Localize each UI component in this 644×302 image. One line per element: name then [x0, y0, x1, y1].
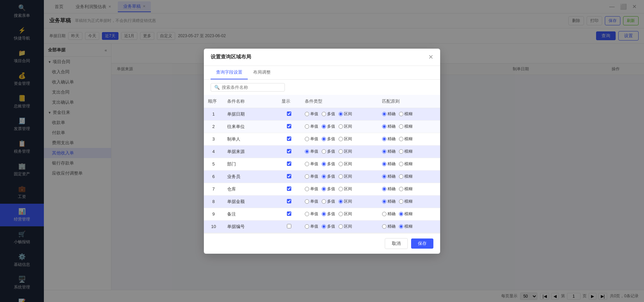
- type-multi-8[interactable]: [322, 212, 326, 216]
- type-multi-2[interactable]: [322, 137, 326, 141]
- cell-match: 精确 模糊: [378, 108, 440, 120]
- type-range-6[interactable]: [339, 187, 343, 191]
- dialog-save-button[interactable]: 保存: [411, 238, 433, 249]
- type-range-1[interactable]: [339, 124, 343, 129]
- cell-order: 9: [204, 208, 223, 220]
- type-multi-7[interactable]: [322, 199, 326, 204]
- cell-type: 单值 多值 区间: [301, 208, 378, 220]
- show-checkbox-6[interactable]: [287, 186, 291, 191]
- cell-show: [277, 133, 301, 145]
- type-multi-0[interactable]: [322, 112, 326, 116]
- match-fuzzy-5[interactable]: [399, 174, 403, 179]
- type-range-0[interactable]: [339, 112, 343, 116]
- show-checkbox-5[interactable]: [287, 174, 291, 178]
- cell-show: [277, 208, 301, 220]
- match-fuzzy-4[interactable]: [399, 162, 403, 166]
- type-range-8[interactable]: [339, 212, 343, 216]
- cell-type: 单值 多值 区间: [301, 158, 378, 170]
- type-range-4[interactable]: [339, 162, 343, 166]
- cell-type: 单值 多值 区间: [301, 195, 378, 208]
- type-range-3[interactable]: [339, 149, 343, 154]
- match-exact-5[interactable]: [382, 174, 386, 179]
- th-order: 顺序: [204, 95, 223, 108]
- cell-show: [277, 108, 301, 120]
- type-multi-6[interactable]: [322, 187, 326, 191]
- match-fuzzy-3[interactable]: [399, 149, 403, 154]
- type-single-5[interactable]: [305, 174, 309, 179]
- table-row: 5 部门 单值 多值 区间 精确 模糊: [204, 158, 440, 170]
- match-fuzzy-6[interactable]: [399, 187, 403, 191]
- match-exact-2[interactable]: [382, 137, 386, 141]
- cancel-button[interactable]: 取消: [385, 238, 408, 249]
- show-checkbox-9[interactable]: [287, 224, 291, 228]
- cell-match: 精确 模糊: [378, 133, 440, 145]
- show-checkbox-3[interactable]: [287, 149, 291, 153]
- show-checkbox-1[interactable]: [287, 124, 291, 128]
- cell-match: 精确 模糊: [378, 158, 440, 170]
- type-single-1[interactable]: [305, 124, 309, 129]
- type-multi-9[interactable]: [322, 224, 326, 229]
- type-single-8[interactable]: [305, 212, 309, 216]
- match-fuzzy-1[interactable]: [399, 124, 403, 129]
- type-multi-5[interactable]: [322, 174, 326, 179]
- match-fuzzy-0[interactable]: [399, 112, 403, 116]
- match-exact-1[interactable]: [382, 124, 386, 129]
- cell-order: 10: [204, 220, 223, 233]
- match-exact-8[interactable]: [382, 212, 386, 216]
- cell-name: 备注: [223, 208, 277, 220]
- type-single-7[interactable]: [305, 199, 309, 204]
- type-single-9[interactable]: [305, 224, 309, 229]
- dialog-tab-field-settings[interactable]: 查询字段设置: [211, 66, 248, 79]
- cell-order: 8: [204, 195, 223, 208]
- type-single-6[interactable]: [305, 187, 309, 191]
- settings-dialog: 设置查询区域布局 ✕ 查询字段设置 布局调整 🔍 顺序: [204, 49, 440, 254]
- dialog-close-button[interactable]: ✕: [428, 53, 433, 61]
- cell-type: 单值 多值 区间: [301, 133, 378, 145]
- search-input[interactable]: [222, 85, 281, 90]
- match-exact-4[interactable]: [382, 162, 386, 166]
- type-multi-3[interactable]: [322, 149, 326, 154]
- match-exact-6[interactable]: [382, 187, 386, 191]
- cell-show: [277, 145, 301, 158]
- show-checkbox-7[interactable]: [287, 199, 291, 203]
- search-wrapper: 🔍: [211, 83, 285, 92]
- table-row: 8 单据金额 单值 多值 区间 精确 模糊: [204, 195, 440, 208]
- dialog-tab-layout-adjust[interactable]: 布局调整: [248, 66, 276, 79]
- cell-show: [277, 120, 301, 133]
- cell-order: 1: [204, 108, 223, 120]
- type-single-2[interactable]: [305, 137, 309, 141]
- type-range-2[interactable]: [339, 137, 343, 141]
- match-fuzzy-2[interactable]: [399, 137, 403, 141]
- match-exact-0[interactable]: [382, 112, 386, 116]
- type-multi-1[interactable]: [322, 124, 326, 129]
- type-single-0[interactable]: [305, 112, 309, 116]
- type-range-5[interactable]: [339, 174, 343, 179]
- type-single-3[interactable]: [305, 149, 309, 154]
- match-exact-9[interactable]: [382, 224, 386, 229]
- type-range-7[interactable]: [339, 199, 343, 204]
- type-single-4[interactable]: [305, 162, 309, 166]
- show-checkbox-0[interactable]: [287, 111, 291, 116]
- table-header-row: 顺序 条件名称 显示 条件类型 匹配原则: [204, 95, 440, 108]
- th-type: 条件类型: [301, 95, 378, 108]
- match-exact-3[interactable]: [382, 149, 386, 154]
- dialog-footer: 取消 保存: [204, 233, 440, 254]
- cell-order: 2: [204, 120, 223, 133]
- show-checkbox-4[interactable]: [287, 161, 291, 166]
- match-fuzzy-8[interactable]: [399, 212, 403, 216]
- cell-order: 3: [204, 133, 223, 145]
- show-checkbox-2[interactable]: [287, 136, 291, 141]
- cell-match: 精确 模糊: [378, 195, 440, 208]
- match-fuzzy-7[interactable]: [399, 199, 403, 204]
- cell-match: 精确 模糊: [378, 120, 440, 133]
- cell-match: 精确 模糊: [378, 208, 440, 220]
- match-exact-7[interactable]: [382, 199, 386, 204]
- cell-show: [277, 195, 301, 208]
- conditions-table: 顺序 条件名称 显示 条件类型 匹配原则 1 单据日期 单值 多值 区间: [204, 95, 440, 233]
- show-checkbox-8[interactable]: [287, 211, 291, 216]
- cell-order: 4: [204, 145, 223, 158]
- type-multi-4[interactable]: [322, 162, 326, 166]
- cell-show: [277, 158, 301, 170]
- match-fuzzy-9[interactable]: [399, 224, 403, 229]
- type-range-9[interactable]: [339, 224, 343, 229]
